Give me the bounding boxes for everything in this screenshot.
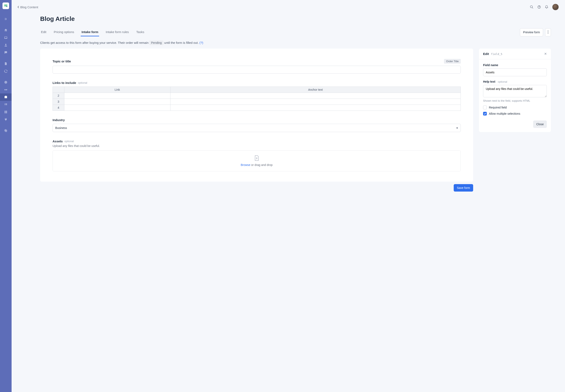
topbar: Blog Content bbox=[12, 0, 565, 12]
links-label: Links to include bbox=[53, 81, 76, 84]
tab-tasks[interactable]: Tasks bbox=[135, 28, 145, 36]
settings-icon[interactable] bbox=[0, 127, 12, 134]
help-text-label: Help text optional bbox=[483, 80, 547, 83]
field-name-label: Field name bbox=[483, 63, 547, 67]
assets-label: Assets bbox=[53, 140, 63, 143]
edit-field-panel: Edit field_5 ✕ Field name Help text opti… bbox=[479, 49, 551, 132]
field-links: Links to include optional Link Anchor te… bbox=[53, 81, 461, 111]
table-row: 4 bbox=[53, 105, 461, 111]
more-menu-button[interactable] bbox=[545, 28, 551, 36]
panel-field-id: field_5 bbox=[491, 53, 502, 56]
help-icon[interactable] bbox=[537, 5, 541, 9]
allow-multiple-checkbox[interactable]: Allow multiple selections bbox=[483, 112, 547, 115]
required-field-checkbox[interactable]: Required field bbox=[483, 106, 547, 109]
svg-rect-11 bbox=[6, 112, 7, 113]
table-row: 3 bbox=[53, 99, 461, 105]
field-assets: Assets optional Upload any files that co… bbox=[53, 140, 461, 171]
svg-point-17 bbox=[548, 32, 549, 32]
bell-icon[interactable] bbox=[545, 5, 549, 9]
info-line: Clients get access to this form after bu… bbox=[12, 36, 565, 49]
briefcase-icon[interactable] bbox=[0, 93, 12, 101]
chevron-left-icon bbox=[17, 6, 19, 8]
help-text-input[interactable] bbox=[483, 85, 547, 97]
svg-rect-8 bbox=[5, 111, 6, 112]
save-form-button[interactable]: Save form bbox=[454, 184, 473, 192]
svg-rect-1 bbox=[4, 6, 7, 6]
panel-title: Edit bbox=[483, 52, 489, 56]
topic-input[interactable] bbox=[53, 66, 461, 74]
handshake-icon[interactable] bbox=[0, 86, 12, 93]
app-logo[interactable] bbox=[2, 2, 9, 9]
svg-point-13 bbox=[530, 6, 533, 8]
sidebar bbox=[0, 0, 12, 392]
home-icon[interactable] bbox=[0, 27, 12, 34]
svg-rect-0 bbox=[4, 5, 7, 5]
svg-rect-6 bbox=[5, 104, 5, 105]
tab-edit[interactable]: Edit bbox=[40, 28, 47, 36]
tab-rules[interactable]: Intake form rules bbox=[105, 28, 130, 36]
topic-label: Topic or title bbox=[53, 59, 71, 63]
sync-icon[interactable] bbox=[0, 67, 12, 75]
collapse-icon[interactable] bbox=[0, 15, 12, 23]
breadcrumb[interactable]: Blog Content bbox=[17, 5, 38, 9]
breadcrumb-parent: Blog Content bbox=[20, 5, 38, 9]
checkbox-checked-icon bbox=[483, 112, 487, 115]
svg-point-2 bbox=[5, 44, 6, 45]
checkbox-icon bbox=[483, 106, 487, 109]
search-icon[interactable] bbox=[530, 5, 534, 9]
svg-rect-4 bbox=[5, 104, 5, 104]
order-title-badge: Order Title bbox=[444, 59, 461, 64]
file-upload-icon bbox=[254, 155, 259, 161]
svg-rect-9 bbox=[6, 111, 7, 112]
preview-form-button[interactable]: Preview form bbox=[520, 28, 543, 36]
form-card: Topic or title Order Title Links to incl… bbox=[40, 49, 473, 182]
pending-badge: Pending bbox=[149, 41, 163, 45]
info-help-link[interactable]: (?) bbox=[199, 41, 203, 44]
tabs: Edit Pricing options Intake form Intake … bbox=[40, 28, 145, 36]
table-row: 2 bbox=[53, 93, 461, 99]
svg-rect-7 bbox=[6, 104, 7, 105]
help-text-hint: Shown next to the field, supports HTML bbox=[483, 99, 547, 102]
industry-select[interactable]: Business bbox=[53, 124, 461, 132]
field-name-input[interactable] bbox=[483, 68, 547, 76]
close-button[interactable]: Close bbox=[533, 120, 547, 128]
industry-label: Industry bbox=[53, 118, 65, 122]
links-col-anchor: Anchor text bbox=[170, 87, 461, 93]
field-industry: Industry Business ▾ bbox=[53, 118, 461, 132]
tab-pricing[interactable]: Pricing options bbox=[53, 28, 75, 36]
plug-icon[interactable] bbox=[0, 116, 12, 123]
svg-rect-10 bbox=[5, 112, 6, 113]
field-topic: Topic or title Order Title bbox=[53, 59, 461, 74]
inbox-icon[interactable] bbox=[0, 34, 12, 41]
page-title: Blog Article bbox=[40, 15, 551, 22]
svg-point-18 bbox=[548, 33, 549, 33]
user-icon[interactable] bbox=[0, 41, 12, 49]
grid-icon[interactable] bbox=[0, 108, 12, 116]
avatar[interactable] bbox=[552, 4, 559, 10]
close-icon[interactable]: ✕ bbox=[544, 52, 547, 56]
browse-link[interactable]: Browse bbox=[241, 163, 250, 167]
assets-dropzone[interactable]: Browse or drag and drop bbox=[53, 150, 461, 171]
svg-point-3 bbox=[4, 81, 7, 84]
assets-help: Upload any files that could be useful. bbox=[53, 144, 461, 148]
compass-icon[interactable] bbox=[0, 79, 12, 86]
links-optional: optional bbox=[78, 81, 87, 84]
assets-optional: optional bbox=[64, 140, 74, 143]
file-icon[interactable] bbox=[0, 60, 12, 67]
list-icon[interactable] bbox=[0, 101, 12, 108]
links-col-link: Link bbox=[64, 87, 170, 93]
chat-icon[interactable] bbox=[0, 49, 12, 56]
svg-rect-5 bbox=[6, 104, 7, 104]
svg-point-16 bbox=[548, 30, 549, 31]
tab-intake[interactable]: Intake form bbox=[81, 28, 99, 36]
dots-vertical-icon bbox=[548, 30, 549, 34]
svg-point-15 bbox=[539, 8, 539, 8]
links-table: Link Anchor text 2 3 4 bbox=[53, 87, 461, 111]
